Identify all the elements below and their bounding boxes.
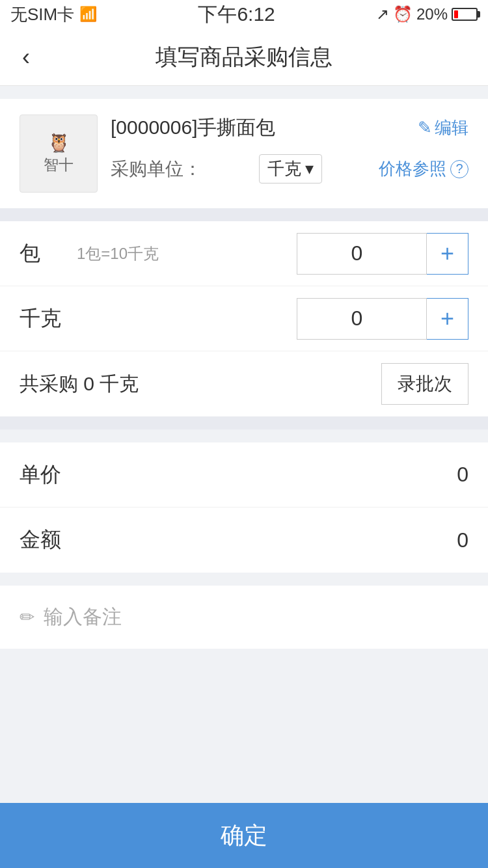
price-ref-label: 价格参照 xyxy=(379,157,446,180)
back-button[interactable]: ‹ xyxy=(0,29,52,86)
wifi-icon: 📶 xyxy=(79,6,97,23)
kg-row: 千克 + xyxy=(0,286,488,351)
dropdown-arrow-icon: ▾ xyxy=(305,159,314,179)
back-arrow-icon: ‹ xyxy=(22,44,30,71)
amount-row: 金额 0 xyxy=(0,508,488,573)
unit-value: 千克 xyxy=(267,157,301,180)
bag-quantity-input[interactable] xyxy=(297,233,427,275)
status-time: 下午6:12 xyxy=(198,1,275,28)
record-batch-button[interactable]: 录批次 xyxy=(381,363,468,405)
amount-value: 0 xyxy=(457,528,468,552)
pencil-icon: ✏ xyxy=(20,606,34,628)
carrier-text: 无SIM卡 xyxy=(10,3,74,26)
price-section: 单价 0 金额 0 xyxy=(0,442,488,573)
kg-quantity-input[interactable] xyxy=(297,298,427,340)
unit-label: 采购单位： xyxy=(111,157,202,182)
price-ref-button[interactable]: 价格参照 ? xyxy=(379,157,468,180)
form-section: 包 1包=10千克 + 千克 + xyxy=(0,221,488,351)
total-row: 共采购 0 千克 录批次 xyxy=(0,351,488,416)
page-title: 填写商品采购信息 xyxy=(156,42,332,72)
bag-input-group: + xyxy=(297,233,468,275)
note-section[interactable]: ✏ 输入备注 xyxy=(0,586,488,649)
product-name: [0000006]手撕面包 xyxy=(111,115,275,141)
product-name-row: [0000006]手撕面包 ✎ 编辑 xyxy=(111,115,468,141)
price-ref-help-icon: ? xyxy=(450,160,468,178)
unit-row: 采购单位： 千克 ▾ 价格参照 ? xyxy=(111,154,468,183)
total-label: 共采购 0 千克 xyxy=(20,371,381,398)
kg-plus-button[interactable]: + xyxy=(427,298,468,340)
location-icon: ↗ xyxy=(376,5,389,23)
product-info: [0000006]手撕面包 ✎ 编辑 采购单位： 千克 ▾ 价格参照 ? xyxy=(111,115,468,183)
battery-percent: 20% xyxy=(416,5,448,23)
confirm-button[interactable]: 确定 xyxy=(0,803,488,868)
status-right: ↗ ⏰ 20% xyxy=(376,5,478,23)
status-bar: 无SIM卡 📶 下午6:12 ↗ ⏰ 20% xyxy=(0,0,488,29)
battery-fill xyxy=(454,10,458,18)
unit-price-row: 单价 0 xyxy=(0,442,488,508)
edit-button[interactable]: ✎ 编辑 xyxy=(418,116,468,139)
product-card: 🦉智十 [0000006]手撕面包 ✎ 编辑 采购单位： 千克 ▾ 价格参照 ? xyxy=(0,99,488,208)
nav-bar: ‹ 填写商品采购信息 xyxy=(0,29,488,86)
section-divider-1 xyxy=(0,208,488,221)
status-left: 无SIM卡 📶 xyxy=(10,3,97,26)
unit-price-label: 单价 xyxy=(20,461,457,489)
kg-input-group: + xyxy=(297,298,468,340)
section-divider-2 xyxy=(0,416,488,429)
unit-price-value: 0 xyxy=(457,463,468,487)
battery-icon xyxy=(452,8,478,21)
unit-select-dropdown[interactable]: 千克 ▾ xyxy=(259,154,322,183)
product-logo: 🦉智十 xyxy=(44,132,74,175)
bag-sublabel: 1包=10千克 xyxy=(77,243,297,264)
note-placeholder: 输入备注 xyxy=(44,604,122,631)
edit-icon: ✎ xyxy=(418,118,432,138)
edit-label: 编辑 xyxy=(435,116,468,139)
kg-label: 千克 xyxy=(20,305,72,333)
bag-row: 包 1包=10千克 + xyxy=(0,221,488,286)
alarm-icon: ⏰ xyxy=(393,5,413,23)
bag-plus-button[interactable]: + xyxy=(427,233,468,275)
bag-label: 包 xyxy=(20,239,72,268)
amount-label: 金额 xyxy=(20,526,457,554)
product-image: 🦉智十 xyxy=(20,115,98,193)
